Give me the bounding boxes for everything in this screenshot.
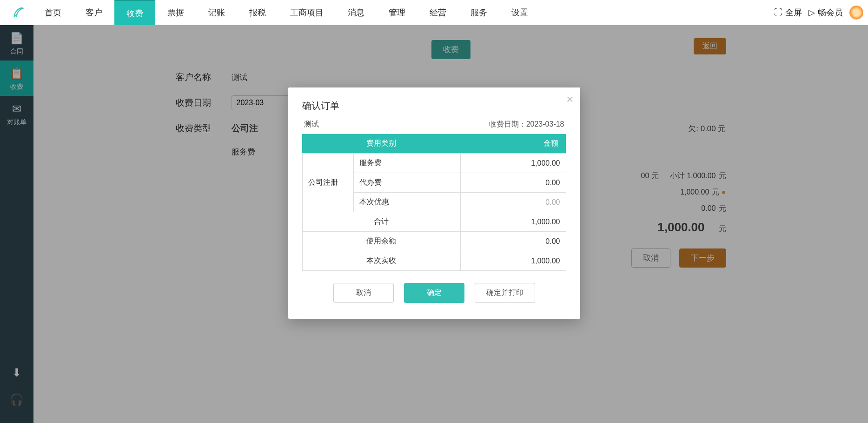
modal-customer: 测试 <box>304 120 319 129</box>
sum-row-label: 本次实收 <box>302 251 461 271</box>
modal-date-value: 2023-03-18 <box>526 120 564 128</box>
nav-item-3[interactable]: 票据 <box>155 0 196 25</box>
th-amount: 金额 <box>461 134 566 154</box>
modal-group-cell: 公司注册 <box>302 154 353 212</box>
fullscreen-icon: ⛶ <box>774 7 782 17</box>
modal-cancel-button[interactable]: 取消 <box>333 283 394 303</box>
row-label: 代办费 <box>353 173 461 193</box>
nav-item-7[interactable]: 消息 <box>336 0 377 25</box>
row-value: 0.00 <box>461 193 566 212</box>
nav-item-2[interactable]: 收费 <box>114 0 155 25</box>
fullscreen-label: 全屏 <box>785 7 802 18</box>
play-icon: ▷ <box>808 7 815 18</box>
sum-row-value: 1,000.00 <box>461 212 566 232</box>
avatar[interactable] <box>849 6 863 20</box>
member-label: 畅会员 <box>818 7 843 18</box>
row-value: 0.00 <box>461 173 566 193</box>
nav-item-4[interactable]: 记账 <box>196 0 237 25</box>
order-table: 费用类别 金额 公司注册服务费1,000.00代办费0.00本次优惠0.00合计… <box>302 134 566 271</box>
close-icon[interactable]: × <box>566 92 573 107</box>
th-category: 费用类别 <box>302 134 461 154</box>
nav-item-6[interactable]: 工商项目 <box>278 0 336 25</box>
modal-title: 确认订单 <box>302 100 566 112</box>
row-value: 1,000.00 <box>461 154 566 173</box>
confirm-order-modal: × 确认订单 测试 收费日期：2023-03-18 费用类别 金额 公司注册服务… <box>288 87 580 319</box>
nav-item-9[interactable]: 经营 <box>417 0 458 25</box>
row-label: 服务费 <box>353 154 461 173</box>
modal-confirm-print-button[interactable]: 确定并打印 <box>475 283 535 303</box>
modal-confirm-button[interactable]: 确定 <box>404 283 464 303</box>
nav-item-0[interactable]: 首页 <box>33 0 73 25</box>
modal-date-label: 收费日期： <box>489 120 526 128</box>
nav-item-10[interactable]: 服务 <box>458 0 499 25</box>
nav-item-8[interactable]: 管理 <box>377 0 417 25</box>
nav-item-1[interactable]: 客户 <box>73 0 114 25</box>
fullscreen-toggle[interactable]: ⛶全屏 <box>774 7 802 18</box>
sum-row-label: 使用余额 <box>302 232 461 251</box>
member-link[interactable]: ▷畅会员 <box>808 7 843 18</box>
sum-row-value: 1,000.00 <box>461 251 566 271</box>
sum-row-label: 合计 <box>302 212 461 232</box>
top-nav: 首页客户收费票据记账报税工商项目消息管理经营服务设置 ⛶全屏 ▷畅会员 <box>0 0 868 25</box>
row-label: 本次优惠 <box>353 193 461 212</box>
nav-item-11[interactable]: 设置 <box>499 0 540 25</box>
nav-item-5[interactable]: 报税 <box>237 0 278 25</box>
sum-row-value: 0.00 <box>461 232 566 251</box>
app-logo <box>5 0 33 25</box>
